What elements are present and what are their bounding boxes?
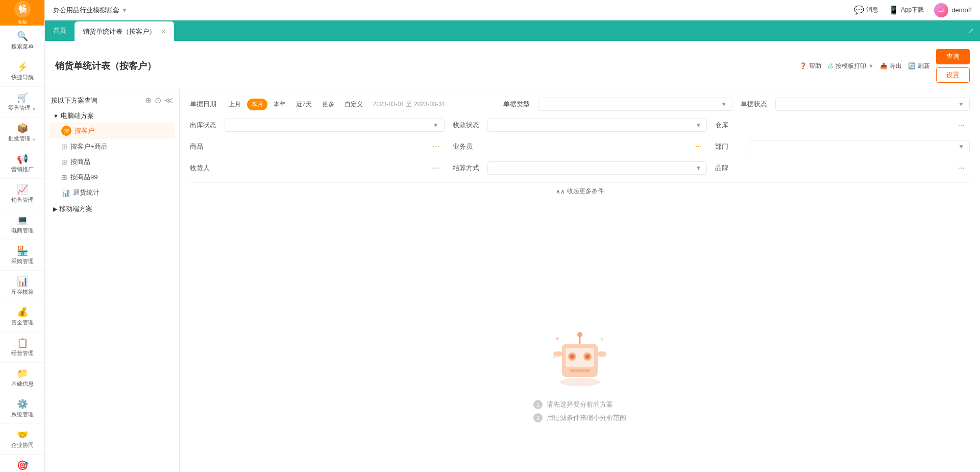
scheme-group-desktop-header[interactable]: ▼ 电脑端方案 <box>49 109 175 123</box>
sidebar-item-newbie[interactable]: 🎯 新手引导 <box>0 455 44 472</box>
svg-text:✦: ✦ <box>554 335 560 343</box>
sidebar-item-enterprise[interactable]: 🤝 企业协同 <box>0 424 44 455</box>
content-body: 按以下方案查询 ⊕ ⊙ ≪ ▼ 电脑端方案 按 按客户 <box>45 89 980 472</box>
page-header: 销货单统计表（按客户） ❓ 帮助 🖨 按模板打印 ▼ 📤 导出 🔄 刷新 <box>45 41 980 89</box>
help-btn[interactable]: ❓ 帮助 <box>799 62 821 70</box>
sidebar-item-system[interactable]: ⚙️ 系统管理 <box>0 393 44 424</box>
tab-sales-stat-label: 销货单统计表（按客户） <box>83 27 156 36</box>
svg-point-2 <box>559 378 600 386</box>
filter-area: 单据日期 上月 本月 本年 近7天 更多 自定义 20 <box>180 89 980 269</box>
message-label: 消息 <box>866 6 878 14</box>
sidebar-item-wholesale[interactable]: 📦 批发管理 ▲ <box>0 117 44 148</box>
filter-row-1: 单据日期 上月 本月 本年 近7天 更多 自定义 20 <box>190 98 970 111</box>
order-type-select[interactable]: ▼ <box>538 98 732 111</box>
warehouse-dots[interactable]: ··· <box>958 121 965 130</box>
sidebar-item-inventory[interactable]: 📊 库存核算 <box>0 271 44 301</box>
empty-tip-1: 1 请先选择要分析的方案 <box>533 400 626 409</box>
date-tab-7days[interactable]: 近7天 <box>292 99 316 110</box>
app-logo[interactable]: 畅 标版 <box>0 0 45 26</box>
sidebar-item-ecommerce[interactable]: 💻 电商管理 <box>0 209 44 240</box>
tab-home[interactable]: 首页 <box>45 20 75 41</box>
scheme-item-return-stat[interactable]: 📊 退货统计 <box>49 185 175 200</box>
query-button[interactable]: 查询 <box>936 49 970 64</box>
date-tab-more[interactable]: 更多 <box>318 99 338 110</box>
department-select[interactable]: ▼ <box>750 140 970 153</box>
sidebar-item-basic[interactable]: 📁 基础信息 <box>0 363 44 393</box>
refresh-btn[interactable]: 🔄 刷新 <box>908 62 930 70</box>
download-btn[interactable]: 📱 App下载 <box>889 5 924 15</box>
scheme-panel-header: 按以下方案查询 ⊕ ⊙ ≪ <box>49 96 175 105</box>
date-label: 单据日期 <box>190 100 220 109</box>
system-icon: ⚙️ <box>17 398 28 410</box>
mobile-group-arrow: ▶ <box>53 206 57 213</box>
receiver-select[interactable]: ··· <box>225 161 445 175</box>
empty-tip-2: 2 用过滤条件来缩小分析范围 <box>533 413 626 422</box>
message-btn[interactable]: 💬 消息 <box>854 5 878 15</box>
sidebar-item-retail[interactable]: 🛒 零售管理 ▲ <box>0 87 44 117</box>
tab-close-icon[interactable]: ✕ <box>161 28 166 35</box>
order-status-select[interactable]: ▼ <box>775 98 970 111</box>
product-dots[interactable]: ··· <box>432 142 439 151</box>
warehouse-select[interactable]: ··· <box>750 118 970 132</box>
add-scheme-icon[interactable]: ⊕ <box>145 96 152 105</box>
settings-button[interactable]: 设置 <box>936 67 970 83</box>
sidebar-item-quick-nav[interactable]: ⚡ 快捷导航 <box>0 56 44 87</box>
sidebar-nav: 🔍 搜索菜单 ⚡ 快捷导航 🛒 零售管理 ▲ 📦 批发管理 ▲ 📢 营销推广 <box>0 26 44 472</box>
desktop-group-label: 电脑端方案 <box>61 111 94 121</box>
scheme-item-by-product-99[interactable]: ⊞ 按商品99 <box>49 170 175 185</box>
scheme-item-by-customer[interactable]: 按 按客户 <box>49 123 175 139</box>
edit-scheme-icon[interactable]: ⊙ <box>155 96 161 105</box>
export-btn[interactable]: 📤 导出 <box>880 62 902 70</box>
operations-icon: 📋 <box>17 337 28 348</box>
scheme-item-by-customer-product[interactable]: ⊞ 按客户+商品 <box>49 139 175 154</box>
maximize-icon: ⤢ <box>968 27 974 35</box>
date-tab-lastmonth[interactable]: 上月 <box>225 99 245 110</box>
product-select[interactable]: ··· <box>225 139 445 154</box>
brand-dots[interactable]: ··· <box>958 163 965 173</box>
refresh-label: 刷新 <box>918 62 930 70</box>
app-selector[interactable]: 办公用品行业模拟账套 ▼ <box>53 6 128 15</box>
sidebar-item-search[interactable]: 🔍 搜索菜单 <box>0 26 44 56</box>
tip-text-1: 请先选择要分析的方案 <box>547 400 613 409</box>
salesperson-dots[interactable]: ··· <box>695 142 702 151</box>
print-btn[interactable]: 🖨 按模板打印 ▼ <box>827 62 874 70</box>
collapse-up-icon: ∧∧ <box>556 188 565 195</box>
product-label: 商品 <box>190 142 220 151</box>
maximize-btn[interactable]: ⤢ <box>962 27 980 35</box>
receive-select[interactable]: ▼ <box>487 119 707 132</box>
scheme-group-mobile-header[interactable]: ▶ 移动端方案 <box>49 202 175 216</box>
filter-brand-item: 品牌 ··· <box>715 161 970 175</box>
scheme-item-by-product[interactable]: ⊞ 按商品 <box>49 154 175 170</box>
order-status-label: 单据状态 <box>741 100 771 109</box>
collapse-bar[interactable]: ∧∧ 收起更多条件 <box>190 182 970 200</box>
date-range-control: 上月 本月 本年 近7天 更多 自定义 2023-03-01 至 2023-03… <box>225 99 495 110</box>
receiver-dots[interactable]: ··· <box>432 163 439 173</box>
basic-icon: 📁 <box>17 368 28 379</box>
receive-arrow: ▼ <box>695 122 701 129</box>
salesperson-select[interactable]: ··· <box>487 139 707 154</box>
export-icon: 📤 <box>880 62 888 69</box>
tab-sales-stat[interactable]: 销货单统计表（按客户） ✕ <box>75 21 174 42</box>
svg-text:✦: ✦ <box>599 336 604 343</box>
date-tab-thismonth[interactable]: 本月 <box>247 99 267 110</box>
date-tab-thisyear[interactable]: 本年 <box>270 99 290 110</box>
purchase-icon: 🏪 <box>17 245 28 256</box>
date-range-text: 2023-03-01 至 2023-03-31 <box>373 100 445 109</box>
filter-receiver-item: 收货人 ··· <box>190 161 445 175</box>
sidebar-item-finance[interactable]: 💰 资金管理 <box>0 301 44 332</box>
by-customer-product-icon: ⊞ <box>61 143 67 151</box>
filter-order-type-item: 单据类型 ▼ <box>503 98 732 111</box>
outstock-select[interactable]: ▼ <box>225 119 445 132</box>
user-info[interactable]: Ea demo2 <box>934 3 972 17</box>
sidebar-item-operations[interactable]: 📋 经营管理 <box>0 332 44 363</box>
sidebar-item-marketing[interactable]: 📢 营销推广 <box>0 148 44 179</box>
sidebar-item-purchase[interactable]: 🏪 采购管理 <box>0 240 44 271</box>
receiver-label: 收货人 <box>190 163 220 173</box>
svg-text:✦: ✦ <box>552 355 556 360</box>
sidebar-item-sales[interactable]: 📈 销售管理 <box>0 179 44 209</box>
collapse-scheme-icon[interactable]: ≪ <box>164 96 173 105</box>
brand-select[interactable]: ··· <box>750 161 970 175</box>
settlement-select[interactable]: ▼ <box>487 161 707 175</box>
message-icon: 💬 <box>854 5 864 15</box>
date-tab-custom[interactable]: 自定义 <box>340 99 367 110</box>
